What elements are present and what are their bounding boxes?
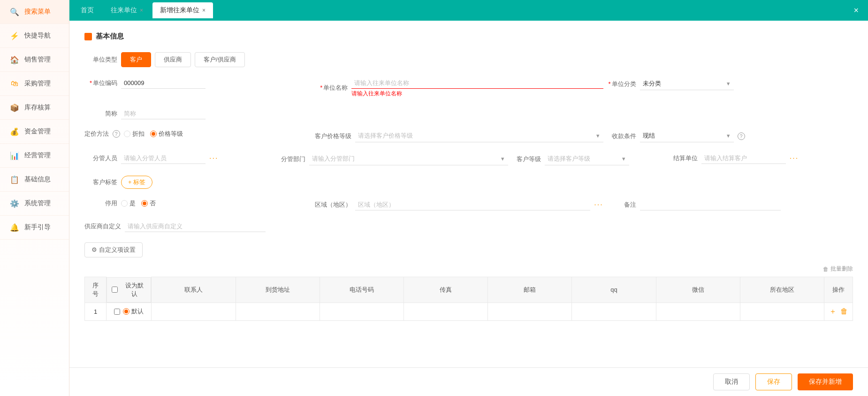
radio-price-level[interactable]: 价格等级 <box>150 130 183 138</box>
select-all-checkbox[interactable] <box>112 287 118 293</box>
tab-label: 新增往来单位 <box>160 6 199 15</box>
section-header: 基本信息 <box>84 32 853 41</box>
payment-terms-label: 收款条件 <box>603 132 636 140</box>
cell-address[interactable] <box>236 303 320 320</box>
sidebar-item-label: 库存核算 <box>24 103 51 112</box>
money-icon: 💰 <box>9 126 20 137</box>
manager-input[interactable] <box>121 153 206 164</box>
sidebar-item-guide[interactable]: 🔔 新手引导 <box>0 216 69 240</box>
cell-fax[interactable] <box>404 303 487 320</box>
cell-qq[interactable] <box>572 303 656 320</box>
region-more-icon[interactable]: ··· <box>594 201 603 209</box>
window-close-icon[interactable]: × <box>848 6 864 16</box>
radio-price-level-label: 价格等级 <box>159 130 183 138</box>
supplier-custom-label: 供应商自定义 <box>84 222 121 231</box>
unit-category-select[interactable]: 未分类 ▼ <box>640 78 734 90</box>
pricing-help-icon[interactable]: ? <box>113 130 120 138</box>
radio-discount[interactable]: 折扣 <box>124 130 145 138</box>
cell-contact[interactable] <box>152 303 236 320</box>
region-input[interactable] <box>355 199 590 210</box>
custom-settings-button[interactable]: ⚙ 自定义项设置 <box>84 242 143 257</box>
cell-wechat[interactable] <box>656 303 740 320</box>
save-button[interactable]: 保存 <box>755 373 792 390</box>
tab-bar: 首页 往来单位 × 新增往来单位 × × <box>69 0 868 21</box>
col-email: 邮箱 <box>488 277 572 303</box>
sidebar-item-basic-info[interactable]: 📋 基础信息 <box>0 168 69 192</box>
radio-disabled-no[interactable]: 否 <box>141 199 156 208</box>
btn-customer[interactable]: 客户 <box>121 52 151 67</box>
row-checkbox[interactable] <box>114 309 120 315</box>
sidebar-item-search[interactable]: 🔍 搜索菜单 <box>0 0 69 24</box>
radio-no-label: 否 <box>150 199 156 208</box>
batch-delete-label[interactable]: 批量删除 <box>830 265 853 273</box>
wechat-input[interactable] <box>661 308 735 315</box>
cell-region[interactable] <box>740 303 824 320</box>
fax-input[interactable] <box>409 308 483 315</box>
customer-price-level-field: 客户价格等级 请选择客户价格等级 ▼ <box>315 130 603 142</box>
cancel-button[interactable]: 取消 <box>713 373 750 390</box>
supplier-custom-row: 供应商自定义 <box>84 221 853 232</box>
settlement-unit-input[interactable] <box>701 153 786 164</box>
customer-level-field: 客户等级 请选择客户等级 ▼ <box>508 153 665 165</box>
cell-email[interactable] <box>488 303 572 320</box>
customer-price-level-select[interactable]: 请选择客户价格等级 ▼ <box>355 130 603 142</box>
qq-input[interactable] <box>577 308 651 315</box>
supplier-custom-input[interactable] <box>125 221 266 232</box>
cell-phone[interactable] <box>320 303 404 320</box>
tab-new-partner[interactable]: 新增往来单位 × <box>152 2 213 18</box>
settlement-more-icon[interactable]: ··· <box>790 154 799 163</box>
phone-input[interactable] <box>325 308 399 315</box>
sidebar-item-label: 基础信息 <box>24 175 51 184</box>
unit-name-input[interactable] <box>351 78 603 89</box>
row-add-icon[interactable]: ＋ <box>829 307 837 317</box>
default-radio[interactable]: 默认 <box>123 307 144 316</box>
address-input[interactable] <box>241 308 315 315</box>
section-icon <box>84 33 92 40</box>
search-icon: 🔍 <box>9 7 20 17</box>
payment-terms-field: 收款条件 现结 ▼ ? <box>603 130 853 142</box>
manager-field: 分管人员 ··· <box>84 153 273 164</box>
btn-both[interactable]: 客户/供应商 <box>195 52 245 67</box>
cell-action: ＋ 🗑 <box>824 303 853 320</box>
short-name-field: 简称 <box>84 108 853 119</box>
sidebar: 🔍 搜索菜单 ⚡ 快捷导航 🏠 销售管理 🛍 采购管理 📦 库存核算 💰 资金管… <box>0 0 69 396</box>
customer-level-label: 客户等级 <box>508 155 541 163</box>
add-tag-button[interactable]: + 标签 <box>121 176 152 189</box>
cell-default: 默认 <box>107 303 152 320</box>
email-input[interactable] <box>493 308 567 315</box>
unit-type-label: 单位类型 <box>84 55 117 64</box>
sidebar-item-purchase[interactable]: 🛍 采购管理 <box>0 72 69 96</box>
unit-code-field: *单位编码 <box>84 78 315 89</box>
radio-yes-label: 是 <box>129 199 136 208</box>
department-placeholder: 请输入分管部门 <box>312 155 355 163</box>
remark-input[interactable] <box>640 199 781 210</box>
sidebar-item-operations[interactable]: 📊 经营管理 <box>0 144 69 168</box>
manager-more-icon[interactable]: ··· <box>209 154 218 163</box>
batch-delete-area: 🗑 批量删除 <box>84 265 853 273</box>
sidebar-item-sales[interactable]: 🏠 销售管理 <box>0 48 69 72</box>
tag-row: 客户标签 + 标签 <box>84 176 853 189</box>
row-action-group: ＋ 🗑 <box>829 307 848 317</box>
tab-new-partner-close-icon[interactable]: × <box>202 7 206 14</box>
tab-partners-close-icon[interactable]: × <box>140 7 143 14</box>
short-name-input[interactable] <box>121 108 206 119</box>
customer-level-placeholder: 请选择客户等级 <box>548 155 590 163</box>
customer-level-select[interactable]: 请选择客户等级 ▼ <box>545 153 629 165</box>
sidebar-item-inventory[interactable]: 📦 库存核算 <box>0 96 69 120</box>
tab-home[interactable]: 首页 <box>73 6 101 15</box>
unit-code-input[interactable] <box>121 78 206 89</box>
contact-input[interactable] <box>156 308 230 315</box>
radio-disabled-yes[interactable]: 是 <box>121 199 136 208</box>
payment-terms-select[interactable]: 现结 ▼ <box>640 130 734 142</box>
tab-partners[interactable]: 往来单位 × <box>103 2 151 18</box>
row-delete-icon[interactable]: 🗑 <box>840 307 848 316</box>
sidebar-item-finance[interactable]: 💰 资金管理 <box>0 120 69 144</box>
row-region-input[interactable] <box>745 308 819 315</box>
save-new-button[interactable]: 保存并新增 <box>798 373 853 390</box>
btn-supplier[interactable]: 供应商 <box>155 52 191 67</box>
department-select[interactable]: 请输入分管部门 ▼ <box>309 153 508 165</box>
unit-name-error: 请输入往来单位名称 <box>351 90 603 98</box>
sidebar-item-system[interactable]: ⚙️ 系统管理 <box>0 192 69 216</box>
sidebar-item-quick-nav[interactable]: ⚡ 快捷导航 <box>0 24 69 48</box>
payment-help-icon[interactable]: ? <box>738 132 745 140</box>
